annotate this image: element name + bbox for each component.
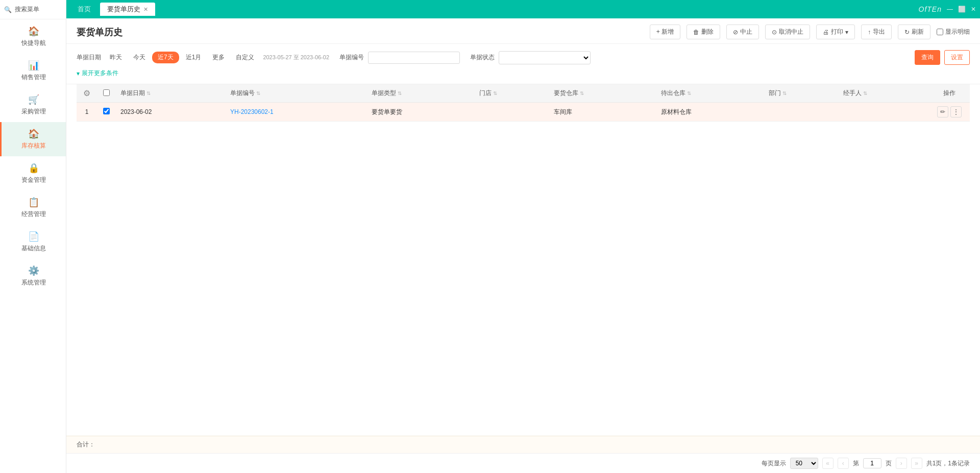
date-btn-today[interactable]: 今天 bbox=[129, 52, 150, 63]
sales-icon: 📊 bbox=[28, 60, 39, 71]
next-page-button[interactable]: › bbox=[896, 458, 907, 469]
sort-icon-bill-type: ⇅ bbox=[398, 90, 402, 96]
export-button[interactable]: ↑ 导出 bbox=[861, 25, 892, 39]
cancel-suspend-icon: ⊙ bbox=[772, 29, 777, 36]
page-size-label: 每页显示 bbox=[762, 459, 786, 468]
tab-requisition-history[interactable]: 要货单历史 ✕ bbox=[100, 3, 155, 16]
date-btn-1month[interactable]: 近1月 bbox=[181, 52, 206, 63]
date-range-text: 2023-05-27 至 2023-06-02 bbox=[263, 54, 329, 61]
row-action-more-icon[interactable]: ⋮ bbox=[950, 106, 962, 117]
cell-bill-no[interactable]: YH-20230602-1 bbox=[225, 103, 366, 122]
date-btn-yesterday[interactable]: 昨天 bbox=[105, 52, 127, 63]
filter-action-buttons: 查询 设置 bbox=[915, 50, 970, 65]
page-container: 要货单历史 + 新增 🗑 删除 ⊘ 中止 ⊙ 取消中止 🖨 打印 bbox=[66, 18, 980, 473]
new-button[interactable]: + 新增 bbox=[650, 25, 680, 39]
sidebar-item-operation[interactable]: 📋 经营管理 bbox=[0, 191, 66, 225]
page-input[interactable] bbox=[863, 458, 881, 468]
col-req-warehouse-label: 要货仓库 bbox=[554, 89, 578, 97]
date-btn-custom[interactable]: 自定义 bbox=[231, 52, 259, 63]
sidebar-item-label: 快捷导航 bbox=[21, 39, 46, 48]
table-row[interactable]: 1 2023-06-02 YH-20230602-1 要货单要货 bbox=[77, 103, 970, 122]
page-unit: 页 bbox=[886, 459, 892, 468]
sidebar-item-label: 采购管理 bbox=[21, 107, 46, 116]
col-header-req-warehouse[interactable]: 要货仓库 ⇅ bbox=[549, 84, 656, 103]
billno-input[interactable] bbox=[368, 52, 460, 64]
col-header-bill-type[interactable]: 单据类型 ⇅ bbox=[366, 84, 474, 103]
export-label: 导出 bbox=[873, 28, 885, 36]
sidebar-item-inventory[interactable]: 🏠 库存核算 bbox=[0, 122, 66, 156]
prev-page-button[interactable]: ‹ bbox=[838, 458, 849, 469]
sidebar-item-quick-nav[interactable]: 🏠 快捷导航 bbox=[0, 19, 66, 54]
inventory-icon: 🏠 bbox=[28, 128, 39, 139]
sidebar-item-label: 库存核算 bbox=[21, 141, 46, 150]
delete-button[interactable]: 🗑 删除 bbox=[687, 25, 720, 39]
query-button[interactable]: 查询 bbox=[915, 50, 940, 65]
status-filter-label: 单据状态 bbox=[470, 53, 495, 62]
operation-icon: 📋 bbox=[28, 197, 39, 208]
quick-nav-icon: 🏠 bbox=[28, 26, 39, 37]
col-bill-no-label: 单据编号 bbox=[230, 89, 255, 97]
refresh-button[interactable]: ↻ 刷新 bbox=[898, 25, 930, 39]
col-header-bill-date[interactable]: 单据日期 ⇅ bbox=[115, 84, 225, 103]
date-btn-7days[interactable]: 近7天 bbox=[152, 52, 179, 63]
tab-home[interactable]: 首页 bbox=[70, 3, 98, 16]
sidebar-item-label: 基础信息 bbox=[21, 244, 46, 253]
date-btn-more[interactable]: 更多 bbox=[208, 52, 229, 63]
col-header-bill-no[interactable]: 单据编号 ⇅ bbox=[225, 84, 366, 103]
sidebar-search[interactable]: 🔍 搜索菜单 bbox=[0, 0, 66, 19]
sort-icon-handler: ⇅ bbox=[863, 90, 867, 96]
col-bill-date-label: 单据日期 bbox=[120, 89, 145, 97]
table-container: ⚙ 单据日期 ⇅ 单据编号 ⇅ bbox=[66, 84, 980, 436]
sort-icon-bill-date: ⇅ bbox=[146, 90, 151, 96]
select-all-checkbox[interactable] bbox=[103, 89, 110, 96]
sidebar-item-finance[interactable]: 🔒 资金管理 bbox=[0, 156, 66, 191]
window-maximize-icon[interactable]: ⬜ bbox=[958, 6, 966, 13]
settings-col-icon[interactable]: ⚙ bbox=[83, 89, 90, 98]
col-header-store[interactable]: 门店 ⇅ bbox=[474, 84, 549, 103]
sidebar-item-sales[interactable]: 📊 销售管理 bbox=[0, 54, 66, 88]
suspend-button[interactable]: ⊘ 中止 bbox=[726, 25, 759, 39]
col-header-pending-warehouse[interactable]: 待出仓库 ⇅ bbox=[656, 84, 764, 103]
first-page-button[interactable]: « bbox=[822, 458, 834, 469]
delete-label: 删除 bbox=[701, 28, 714, 36]
filter-area: 单据日期 昨天 今天 近7天 近1月 更多 自定义 2023-05-27 至 2… bbox=[66, 44, 980, 84]
row-checkbox[interactable] bbox=[103, 108, 110, 114]
page-header: 要货单历史 + 新增 🗑 删除 ⊘ 中止 ⊙ 取消中止 🖨 打印 bbox=[66, 18, 980, 44]
show-detail-checkbox[interactable] bbox=[937, 29, 943, 35]
cell-req-warehouse: 车间库 bbox=[549, 103, 656, 122]
window-minimize-icon[interactable]: — bbox=[947, 6, 953, 13]
basic-icon: 📄 bbox=[28, 231, 39, 242]
col-header-dept[interactable]: 部门 ⇅ bbox=[764, 84, 838, 103]
expand-icon: ▾ bbox=[77, 70, 80, 77]
page-size-select[interactable]: 20 50 100 bbox=[790, 458, 818, 469]
sidebar-item-purchase[interactable]: 🛒 采购管理 bbox=[0, 88, 66, 122]
cancel-suspend-button[interactable]: ⊙ 取消中止 bbox=[765, 25, 810, 39]
sidebar: 🔍 搜索菜单 🏠 快捷导航 📊 销售管理 🛒 采购管理 🏠 库存核算 🔒 资金管… bbox=[0, 0, 66, 473]
row-bill-no-link[interactable]: YH-20230602-1 bbox=[230, 108, 274, 115]
row-bill-type: 要货单要货 bbox=[372, 108, 402, 115]
billno-filter-label: 单据编号 bbox=[339, 53, 364, 62]
tab-close-icon[interactable]: ✕ bbox=[143, 6, 148, 13]
col-header-handler[interactable]: 经手人 ⇅ bbox=[838, 84, 929, 103]
brand-label: OfTEn bbox=[919, 5, 942, 13]
expand-more-button[interactable]: ▾ 展开更多条件 bbox=[77, 69, 970, 78]
sidebar-item-system[interactable]: ⚙️ 系统管理 bbox=[0, 259, 66, 293]
print-button[interactable]: 🖨 打印 ▾ bbox=[816, 25, 855, 39]
col-header-settings[interactable]: ⚙ bbox=[77, 84, 97, 103]
col-header-checkbox[interactable] bbox=[97, 84, 115, 103]
tab-requisition-label: 要货单历史 bbox=[107, 5, 140, 14]
sidebar-item-basic[interactable]: 📄 基础信息 bbox=[0, 225, 66, 259]
last-page-button[interactable]: » bbox=[911, 458, 922, 469]
cell-checkbox[interactable] bbox=[97, 103, 115, 122]
settings-button[interactable]: 设置 bbox=[944, 50, 970, 65]
cell-bill-date: 2023-06-02 bbox=[115, 103, 225, 122]
page-title: 要货单历史 bbox=[77, 26, 122, 38]
status-select[interactable] bbox=[499, 51, 591, 64]
tab-bar-right: OfTEn — ⬜ ✕ bbox=[919, 5, 976, 13]
window-close-icon[interactable]: ✕ bbox=[971, 6, 976, 13]
sidebar-item-label: 销售管理 bbox=[21, 73, 46, 82]
sort-icon-store: ⇅ bbox=[493, 90, 497, 96]
row-action-edit-icon[interactable]: ✏ bbox=[937, 106, 948, 117]
cell-handler bbox=[838, 103, 929, 122]
total-info: 共1页，1条记录 bbox=[926, 459, 970, 468]
